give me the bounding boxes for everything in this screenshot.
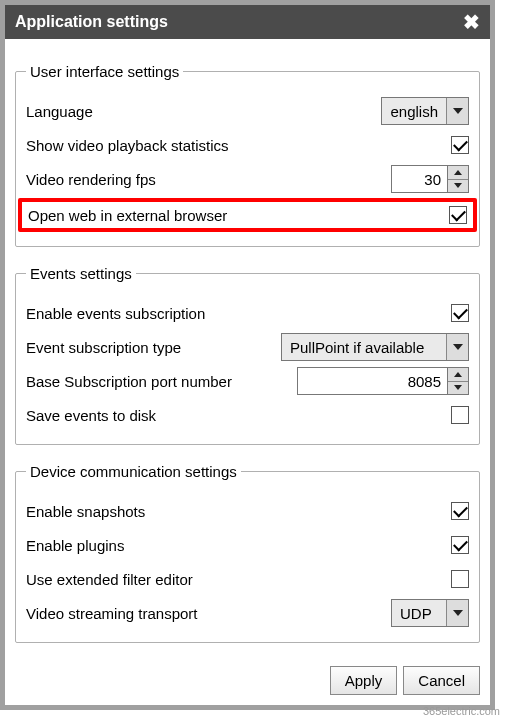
language-label: Language xyxy=(26,103,381,120)
group-ui-legend: User interface settings xyxy=(26,63,183,80)
group-device-legend: Device communication settings xyxy=(26,463,241,480)
extended-filter-checkbox[interactable] xyxy=(451,570,469,588)
subscription-type-select[interactable]: PullPoint if available xyxy=(281,333,469,361)
streaming-transport-label: Video streaming transport xyxy=(26,605,391,622)
row-base-port: Base Subscription port number xyxy=(26,364,469,398)
base-port-label: Base Subscription port number xyxy=(26,373,297,390)
enable-plugins-label: Enable plugins xyxy=(26,537,451,554)
row-language: Language english xyxy=(26,94,469,128)
row-extended-filter: Use extended filter editor xyxy=(26,562,469,596)
row-enable-snapshots: Enable snapshots xyxy=(26,494,469,528)
fps-label: Video rendering fps xyxy=(26,171,391,188)
group-device-settings: Device communication settings Enable sna… xyxy=(15,463,480,643)
enable-plugins-checkbox[interactable] xyxy=(451,536,469,554)
settings-window: Application settings ✖ User interface se… xyxy=(0,0,495,710)
enable-subscription-checkbox[interactable] xyxy=(451,304,469,322)
fps-step-up[interactable] xyxy=(448,166,468,180)
extended-filter-label: Use extended filter editor xyxy=(26,571,451,588)
watermark-text: 365electric.com xyxy=(423,705,500,717)
open-web-label: Open web in external browser xyxy=(28,207,449,224)
base-port-stepper[interactable] xyxy=(297,367,469,395)
fps-stepper[interactable] xyxy=(391,165,469,193)
row-show-stats: Show video playback statistics xyxy=(26,128,469,162)
save-events-checkbox[interactable] xyxy=(451,406,469,424)
save-events-label: Save events to disk xyxy=(26,407,451,424)
subscription-type-label: Event subscription type xyxy=(26,339,281,356)
chevron-up-icon xyxy=(454,170,462,175)
row-enable-subscription: Enable events subscription xyxy=(26,296,469,330)
enable-snapshots-label: Enable snapshots xyxy=(26,503,451,520)
cancel-button[interactable]: Cancel xyxy=(403,666,480,695)
streaming-transport-select[interactable]: UDP xyxy=(391,599,469,627)
row-open-web-external: Open web in external browser xyxy=(18,198,477,232)
chevron-down-icon xyxy=(454,385,462,390)
titlebar: Application settings ✖ xyxy=(5,5,490,39)
row-streaming-transport: Video streaming transport UDP xyxy=(26,596,469,630)
base-port-step-up[interactable] xyxy=(448,368,468,382)
fps-step-down[interactable] xyxy=(448,180,468,193)
open-web-checkbox[interactable] xyxy=(449,206,467,224)
row-enable-plugins: Enable plugins xyxy=(26,528,469,562)
chevron-down-icon[interactable] xyxy=(446,334,468,360)
group-events-legend: Events settings xyxy=(26,265,136,282)
language-value: english xyxy=(382,98,446,124)
chevron-down-icon[interactable] xyxy=(446,600,468,626)
show-stats-label: Show video playback statistics xyxy=(26,137,451,154)
content-area: User interface settings Language english… xyxy=(5,39,490,656)
row-subscription-type: Event subscription type PullPoint if ava… xyxy=(26,330,469,364)
base-port-step-down[interactable] xyxy=(448,382,468,395)
language-select[interactable]: english xyxy=(381,97,469,125)
row-save-events-disk: Save events to disk xyxy=(26,398,469,432)
apply-button[interactable]: Apply xyxy=(330,666,398,695)
close-icon[interactable]: ✖ xyxy=(463,12,480,32)
window-title: Application settings xyxy=(15,13,168,31)
enable-snapshots-checkbox[interactable] xyxy=(451,502,469,520)
group-ui-settings: User interface settings Language english… xyxy=(15,63,480,247)
base-port-input[interactable] xyxy=(297,367,447,395)
enable-subscription-label: Enable events subscription xyxy=(26,305,451,322)
streaming-transport-value: UDP xyxy=(392,600,446,626)
group-events-settings: Events settings Enable events subscripti… xyxy=(15,265,480,445)
chevron-up-icon xyxy=(454,372,462,377)
dialog-footer: Apply Cancel xyxy=(5,656,490,705)
subscription-type-value: PullPoint if available xyxy=(282,334,446,360)
show-stats-checkbox[interactable] xyxy=(451,136,469,154)
chevron-down-icon[interactable] xyxy=(446,98,468,124)
chevron-down-icon xyxy=(454,183,462,188)
fps-input[interactable] xyxy=(391,165,447,193)
row-fps: Video rendering fps xyxy=(26,162,469,196)
